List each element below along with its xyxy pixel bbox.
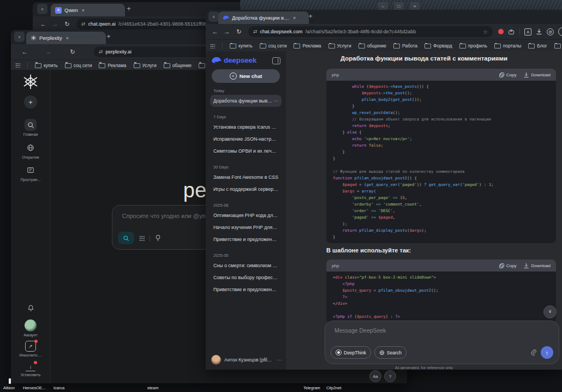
chat-history-item[interactable]: Установка сервера Icarus на Ubu... <box>210 121 282 133</box>
bookmark-item[interactable]: общение <box>358 43 386 49</box>
model-grid-icon[interactable] <box>139 236 145 241</box>
incognito-button[interactable]: ↗ Инкогнито ... <box>11 341 50 357</box>
close-tab-icon[interactable]: × <box>82 8 85 13</box>
close-tab-icon[interactable]: × <box>66 35 69 41</box>
bookmark-item[interactable]: общение <box>164 63 192 68</box>
install-button[interactable]: ↓ Установить <box>11 362 50 377</box>
back-icon[interactable]: ← <box>19 49 31 55</box>
perplexity-tab[interactable]: Perplexity × <box>26 32 106 44</box>
forward-icon[interactable]: → <box>49 21 61 27</box>
desktop-shortcut-heroes[interactable]: HeroesOE... <box>23 385 45 390</box>
bookmark-item[interactable]: соц сети <box>65 63 92 68</box>
chat-history-item[interactable]: Приветствие и предложение по... <box>210 284 282 295</box>
profile-avatar[interactable] <box>558 27 562 36</box>
paperclip-icon[interactable] <box>531 349 537 356</box>
bookmark-item[interactable]: купить <box>35 63 58 68</box>
forward-icon[interactable]: → <box>43 49 55 55</box>
chat-history-item[interactable]: Начало изучения PHP для веб-р... <box>210 221 282 233</box>
chat-history-item[interactable]: Советы по выбору профессии и... <box>210 272 282 284</box>
copy-button[interactable]: Copy <box>499 263 517 268</box>
help-float-button[interactable]: ? <box>384 370 396 382</box>
minimize-button[interactable]: – <box>378 2 388 10</box>
chat-history-item[interactable]: Игры с поддержкой серверов <box>210 183 282 195</box>
new-tab-button[interactable]: + <box>104 31 113 41</box>
translate-float-button[interactable]: Aa <box>369 370 381 382</box>
new-thread-button[interactable]: + <box>11 95 50 108</box>
copy-button[interactable]: Copy <box>499 73 517 77</box>
reload-icon[interactable]: ↻ <box>67 49 79 56</box>
lightbulb-icon[interactable] <box>155 234 161 242</box>
bookmark-item[interactable]: Услуги <box>134 63 157 68</box>
desktop-shortcut-telegram[interactable]: Telegram <box>303 385 320 390</box>
user-profile-row[interactable]: Антон Кузнецов (pfilan) ⋯ <box>211 354 282 365</box>
sidebar-item-home[interactable]: Главная <box>11 119 50 136</box>
more-icon[interactable]: ⋯ <box>277 357 282 363</box>
adblock-extension-icon[interactable] <box>498 29 504 34</box>
back-icon[interactable]: ← <box>37 21 49 27</box>
chat-history-item[interactable]: Исправление JSON-настроек VS... <box>210 133 282 145</box>
message-input-box[interactable]: DeepThink Search ↑ <box>325 321 559 364</box>
bookmark-item[interactable]: Форвард <box>425 43 452 49</box>
forward-icon[interactable]: → <box>221 28 233 35</box>
bookmark-item[interactable]: соц сети <box>260 43 287 49</box>
close-tab-icon[interactable]: × <box>293 15 296 21</box>
chat-history-item[interactable]: Приветствие и предложение по... <box>210 233 282 245</box>
new-chat-button[interactable]: + New chat <box>212 69 280 83</box>
scroll-to-bottom-button[interactable]: ∨ <box>543 305 557 318</box>
download-button[interactable]: Download <box>524 73 551 77</box>
chat-history-item[interactable]: Сны о смерти: символизм и глу... <box>210 260 282 272</box>
desktop-shortcut-albion[interactable]: Albion <box>3 385 15 390</box>
web-search-button[interactable]: Search <box>374 346 406 359</box>
notifications-button[interactable] <box>11 304 50 312</box>
bookmark-item[interactable]: Реклама <box>99 63 126 68</box>
chat-history-item[interactable]: Симптомы ОРВИ и их лечение <box>210 145 282 157</box>
apps-grid-icon[interactable] <box>210 44 215 49</box>
bookmark-item[interactable]: купить <box>230 43 253 49</box>
new-tab-button[interactable]: + <box>124 3 134 13</box>
bookmark-item[interactable]: Услуги <box>328 43 351 49</box>
apps-grid-icon[interactable] <box>15 63 20 68</box>
bookmark-item[interactable]: Работа <box>393 43 417 49</box>
bookmark-item[interactable]: проекты <box>554 43 562 49</box>
desktop-shortcut-clip2net[interactable]: Clip2net <box>326 385 342 390</box>
translate-icon[interactable]: A <box>524 28 531 35</box>
tab-search-button[interactable]: ∨ <box>37 4 47 14</box>
privacy-extension-icon[interactable]: @ <box>547 28 554 35</box>
sidebar-item-discover[interactable]: Открытие <box>11 142 50 159</box>
deepthink-button[interactable]: DeepThink <box>331 346 371 359</box>
chat-history-item[interactable]: Замена Font Awesome в CSS <box>210 171 282 183</box>
site-settings-icon[interactable]: ⇄ <box>81 21 86 27</box>
new-tab-button[interactable]: + <box>306 11 315 21</box>
deepseek-address-bar[interactable]: ⇄ chat.deepseek.com /a/chat/s/5a2fe0e3-3… <box>248 26 493 37</box>
more-icon[interactable]: ⋯ <box>273 95 278 107</box>
desktop-icon[interactable] <box>9 378 11 384</box>
send-button[interactable]: ↑ <box>541 346 553 359</box>
perplexity-logo-button[interactable] <box>11 73 50 91</box>
tab-search-button[interactable]: ∨ <box>208 11 219 22</box>
desktop-shortcut-icarus[interactable]: Icarus <box>53 385 64 390</box>
bookmark-item[interactable]: порталы <box>494 43 521 49</box>
download-icon[interactable] <box>536 28 542 35</box>
collapse-sidebar-button[interactable] <box>272 57 280 64</box>
desktop-shortcut-steam[interactable]: steam <box>147 385 158 390</box>
close-window-button[interactable]: × <box>410 2 420 10</box>
maximize-button[interactable]: □ <box>394 2 404 10</box>
account-button[interactable]: Аккаунт <box>11 319 50 337</box>
qwen-tab[interactable]: ✳ Qwen × <box>51 4 125 16</box>
reload-icon[interactable]: ↻ <box>233 28 245 35</box>
download-button[interactable]: Download <box>524 263 551 268</box>
extensions-puzzle-icon[interactable] <box>508 28 515 35</box>
tab-search-button[interactable]: ∨ <box>14 32 25 42</box>
reload-icon[interactable]: ↻ <box>61 21 73 28</box>
site-settings-icon[interactable]: ⇄ <box>253 29 258 34</box>
bookmark-item[interactable]: Реклама <box>294 43 321 49</box>
search-mode-button[interactable] <box>118 232 134 244</box>
bookmark-item[interactable]: Блог <box>528 43 547 49</box>
chat-history-item-selected[interactable]: Доработка функции вывода с ⋯ <box>210 95 282 107</box>
bookmark-item[interactable]: профиль <box>459 43 487 49</box>
site-settings-icon[interactable]: ⇄ <box>99 49 103 55</box>
deepseek-tab[interactable]: Доработка функции вывода с × <box>218 11 309 24</box>
back-icon[interactable]: ← <box>209 28 221 35</box>
chat-history-item[interactable]: Оптимизация PHP кода для про... <box>210 209 282 221</box>
sidebar-item-spaces[interactable]: Простран... <box>11 164 50 182</box>
